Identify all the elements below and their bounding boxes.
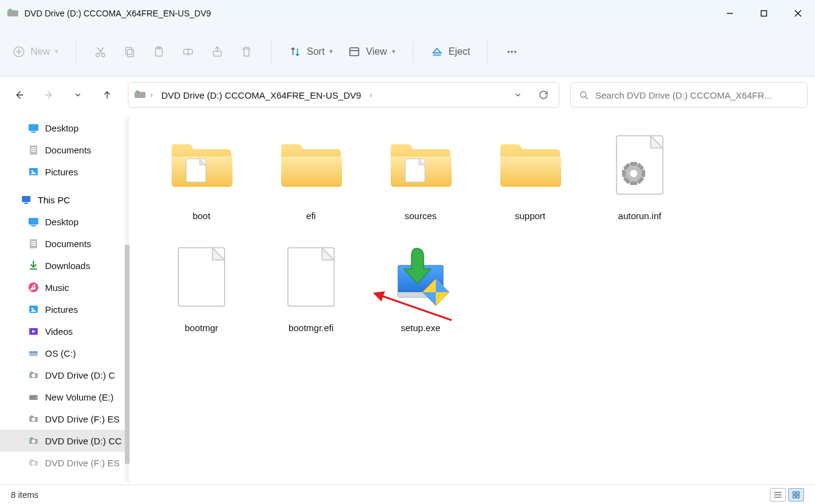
sidebar-item-label: DVD Drive (D:) C xyxy=(45,370,115,380)
eject-button[interactable]: Eject xyxy=(424,38,477,65)
sort-button[interactable]: Sort ▾ xyxy=(282,38,339,65)
sidebar-item[interactable]: OS (C:) xyxy=(0,342,130,364)
dvd-icon xyxy=(28,457,39,468)
svg-point-59 xyxy=(630,170,637,177)
maximize-button[interactable] xyxy=(747,0,781,27)
file-item[interactable]: sources xyxy=(366,125,475,235)
sidebar-item[interactable]: Videos xyxy=(0,320,130,342)
paste-button xyxy=(145,38,172,65)
file-item[interactable]: setup.exe xyxy=(366,237,475,347)
forward-button[interactable] xyxy=(37,83,61,107)
sort-label: Sort xyxy=(307,46,324,57)
sidebar-item[interactable]: Downloads xyxy=(0,254,130,276)
svg-rect-66 xyxy=(793,492,796,494)
rename-icon xyxy=(181,45,195,58)
view-icon xyxy=(348,45,361,58)
breadcrumb-separator: › xyxy=(369,91,372,99)
music-icon xyxy=(28,282,39,293)
svg-rect-41 xyxy=(350,47,359,55)
sidebar-item[interactable]: Pictures xyxy=(0,298,130,320)
minimize-button[interactable] xyxy=(713,0,747,27)
eject-icon xyxy=(430,45,444,58)
sidebar-item-label: Pictures xyxy=(45,304,78,315)
svg-point-46 xyxy=(514,51,516,52)
chevron-down-icon: ▾ xyxy=(55,47,58,55)
sidebar-item[interactable]: Desktop xyxy=(0,211,130,233)
file-item[interactable]: boot xyxy=(147,125,256,235)
breadcrumb-item[interactable]: DVD Drive (D:) CCCOMA_X64FRE_EN-US_DV9 xyxy=(158,88,365,103)
sort-icon xyxy=(289,45,302,58)
close-button[interactable] xyxy=(781,0,815,27)
trash-icon xyxy=(240,45,253,58)
back-button[interactable] xyxy=(7,83,32,107)
sidebar-item-label: Documents xyxy=(45,145,91,155)
svg-point-31 xyxy=(102,53,105,57)
inf-icon xyxy=(608,125,671,205)
svg-line-49 xyxy=(586,97,588,99)
sidebar-item-label: Music xyxy=(45,282,69,293)
address-dropdown[interactable] xyxy=(509,86,527,104)
desktop-icon xyxy=(28,216,39,227)
svg-rect-68 xyxy=(793,495,796,498)
downloads-icon xyxy=(28,260,39,271)
sidebar-item[interactable]: DVD Drive (D:) C xyxy=(0,364,130,386)
refresh-button[interactable] xyxy=(534,86,553,104)
share-button xyxy=(204,38,231,65)
file-label: bootmgr xyxy=(184,323,218,333)
up-button[interactable] xyxy=(95,83,119,107)
file-item[interactable]: bootmgr xyxy=(147,237,256,347)
history-dropdown[interactable] xyxy=(66,83,90,107)
sidebar-item-label: DVD Drive (F:) ES xyxy=(45,414,120,424)
videos-icon xyxy=(28,326,39,337)
svg-rect-67 xyxy=(797,492,799,494)
file-item[interactable]: bootmgr.efi xyxy=(256,237,366,347)
folder-icon xyxy=(497,125,564,205)
file-label: bootmgr.efi xyxy=(289,323,334,333)
status-bar: 8 items xyxy=(0,485,815,504)
sidebar-item[interactable]: Documents xyxy=(0,139,130,161)
nav-row: › DVD Drive (D:) CCCOMA_X64FRE_EN-US_DV9… xyxy=(0,77,815,113)
file-item[interactable]: efi xyxy=(256,125,366,235)
titlebar: DVD Drive (D:) CCCOMA_X64FRE_EN-US_DV9 xyxy=(0,0,815,27)
sidebar-item[interactable]: DVD Drive (F:) ES xyxy=(0,408,130,430)
address-bar[interactable]: › DVD Drive (D:) CCCOMA_X64FRE_EN-US_DV9… xyxy=(128,82,559,108)
documents-icon xyxy=(28,144,39,155)
sidebar-item-label: New Volume (E:) xyxy=(45,392,114,402)
sidebar-item[interactable]: DVD Drive (F:) ES xyxy=(0,452,130,474)
sidebar-item[interactable]: DVD Drive (D:) CC xyxy=(0,430,130,452)
sidebar-item[interactable]: Music xyxy=(0,276,130,298)
svg-point-30 xyxy=(96,53,100,57)
cut-button xyxy=(87,38,114,65)
file-item[interactable]: autorun.inf xyxy=(585,125,694,235)
sidebar-item-label: OS (C:) xyxy=(45,348,76,359)
file-label: setup.exe xyxy=(401,323,440,333)
sidebar: DesktopDocumentsPictures This PC Desktop… xyxy=(0,113,130,485)
location-icon xyxy=(135,89,145,100)
dvd-icon xyxy=(28,369,39,380)
folder-doc-icon xyxy=(168,125,235,205)
file-grid: bootefisourcessupport autorun.infbootmgr… xyxy=(130,113,815,485)
chevron-down-icon: ▾ xyxy=(329,47,333,55)
view-label: View xyxy=(366,46,387,57)
details-view-button[interactable] xyxy=(770,488,786,502)
new-button[interactable]: New ▾ xyxy=(6,38,65,65)
search-icon xyxy=(578,89,589,100)
svg-rect-24 xyxy=(761,11,767,16)
desktop-icon xyxy=(28,122,39,133)
search-box[interactable]: Search DVD Drive (D:) CCCOMA_X64FR... xyxy=(570,82,808,108)
copy-button xyxy=(116,38,143,65)
drive-icon xyxy=(28,391,39,402)
sidebar-thispc[interactable]: This PC xyxy=(0,189,130,211)
sidebar-item[interactable]: Pictures xyxy=(0,161,130,183)
sidebar-item-label: Downloads xyxy=(45,261,90,271)
sidebar-item[interactable]: Desktop xyxy=(0,117,130,139)
icons-view-button[interactable] xyxy=(788,488,804,502)
more-button[interactable] xyxy=(498,38,525,65)
dvd-icon xyxy=(28,435,39,446)
sidebar-scrollbar-thumb[interactable] xyxy=(125,245,130,464)
view-button[interactable]: View ▾ xyxy=(341,38,401,65)
sidebar-item[interactable]: Documents xyxy=(0,233,130,254)
file-item[interactable]: support xyxy=(475,125,585,235)
sidebar-item[interactable]: New Volume (E:) xyxy=(0,386,130,408)
search-placeholder: Search DVD Drive (D:) CCCOMA_X64FR... xyxy=(595,90,772,100)
